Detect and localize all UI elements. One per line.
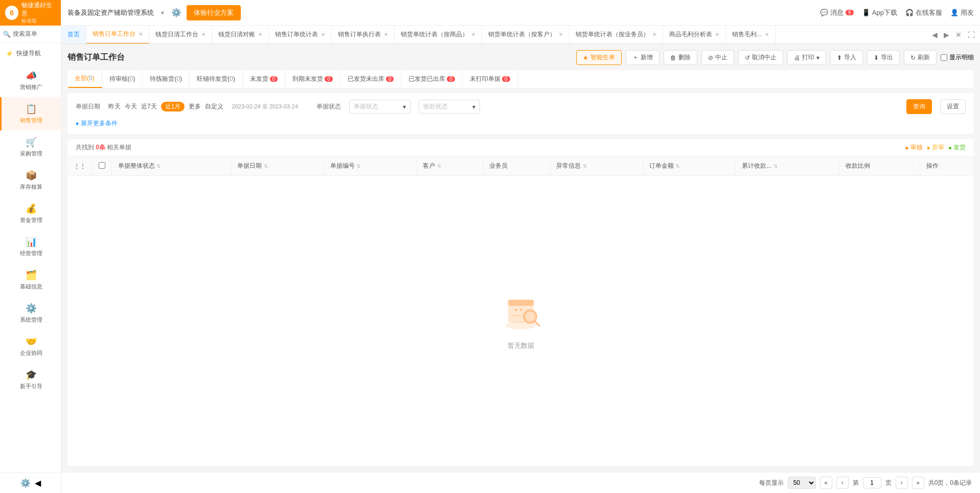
refresh-btn[interactable]: ↻ 刷新: [904, 50, 937, 65]
delete-btn[interactable]: 🗑 删除: [664, 50, 697, 65]
msg-btn[interactable]: 💬 消息 6: [820, 8, 854, 17]
settings-icon[interactable]: ⚙️: [20, 478, 31, 488]
tab-close-cash-daily[interactable]: ✕: [201, 32, 206, 37]
tab-close-goods-stats-customer[interactable]: ✕: [559, 32, 563, 37]
sort-status-icon[interactable]: ⇅: [156, 163, 161, 169]
tab-home[interactable]: 首页: [61, 26, 86, 44]
tab-nav-next[interactable]: ▶: [942, 30, 951, 40]
svg-rect-8: [512, 315, 522, 316]
filter-tab-pending-review[interactable]: 待审核(0): [102, 71, 143, 87]
trial-btn[interactable]: 体验行业方案: [187, 5, 241, 20]
th-number: 单据编号 ⇅: [324, 156, 417, 176]
sort-date-icon[interactable]: ⇅: [264, 163, 268, 169]
tab-goods-stats-staff[interactable]: 销货单统计表（按业务员） ✕: [569, 26, 663, 44]
batch-unaudit-btn[interactable]: ● 弃审: [927, 143, 944, 152]
date-opt-yesterday[interactable]: 昨天: [108, 102, 121, 111]
date-opt-custom[interactable]: 自定义: [205, 102, 223, 111]
filter-tab-overdue-ship[interactable]: 到期未发货0: [285, 71, 340, 87]
show-detail-checkbox[interactable]: [941, 54, 947, 61]
tab-close-all[interactable]: ✕: [953, 30, 964, 40]
page-first-btn[interactable]: «: [820, 477, 832, 489]
tab-close-sales-workbench[interactable]: ✕: [139, 31, 143, 37]
tab-sales-workbench[interactable]: 销售订单工作台 ✕: [86, 26, 149, 44]
filter-tab-shipped-not-out[interactable]: 已发货未出库0: [340, 71, 402, 87]
topbar-settings-icon[interactable]: ⚙️: [171, 8, 181, 17]
sidebar-item-basic[interactable]: 🗂️ 基础信息: [0, 263, 61, 297]
tab-sales-more[interactable]: 销售毛利... ✕: [726, 26, 776, 44]
sidebar-item-sales[interactable]: 📋 销售管理: [0, 97, 61, 130]
tab-close-sales-stats[interactable]: ✕: [321, 32, 325, 37]
tab-goods-stats-customer[interactable]: 销货单统计表（按客户） ✕: [482, 26, 569, 44]
sort-customer-icon[interactable]: ⇅: [437, 163, 441, 169]
sidebar-item-quick-nav[interactable]: ⚡ 快捷导航: [0, 43, 61, 64]
setting-btn[interactable]: 设置: [940, 99, 966, 114]
sort-abnormal-icon[interactable]: ⇅: [583, 163, 587, 169]
tab-sales-stats[interactable]: 销售订单统计表 ✕: [269, 26, 332, 44]
filter-tab-pending-inspect[interactable]: 待拣验货(0): [143, 71, 190, 87]
cancel-stop-btn[interactable]: ↺ 取消中止: [738, 50, 783, 65]
stop-btn[interactable]: ⊘ 中止: [701, 50, 734, 65]
filter-tab-all[interactable]: 全部(0): [67, 70, 102, 88]
tab-sales-exec[interactable]: 销售订单执行表 ✕: [332, 26, 395, 44]
export-btn[interactable]: ⬇ 导出: [867, 50, 900, 65]
tab-goods-stats-product[interactable]: 销货单统计表（按商品） ✕: [395, 26, 482, 44]
sidebar-item-enterprise[interactable]: 🤝 企业协同: [0, 330, 61, 363]
sales-icon: 📋: [26, 103, 37, 115]
th-checkbox[interactable]: [93, 156, 112, 176]
sidebar-item-inventory[interactable]: 📦 库存核算: [0, 164, 61, 197]
sidebar-item-marketing[interactable]: 📣 营销推广: [0, 64, 61, 97]
filter-tab-shipped-out[interactable]: 已发货已出库0: [401, 71, 463, 87]
sort-amount-icon[interactable]: ⇅: [675, 163, 679, 169]
sidebar-search[interactable]: 🔍 搜索菜单: [0, 26, 61, 43]
tab-close-goods-margin[interactable]: ✕: [715, 32, 719, 37]
online-service-btn[interactable]: 🎧 在线客服: [905, 8, 942, 17]
collapse-icon[interactable]: ◀: [35, 478, 41, 488]
select-all-checkbox[interactable]: [99, 162, 105, 169]
page-size-select[interactable]: 20 50 100: [788, 477, 816, 489]
page-prev-btn[interactable]: ‹: [836, 477, 849, 489]
tab-close-goods-stats-staff[interactable]: ✕: [652, 32, 656, 37]
tab-close-goods-stats-product[interactable]: ✕: [471, 32, 475, 37]
query-btn[interactable]: 查询: [906, 99, 932, 114]
tab-close-cash-reconcile[interactable]: ✕: [258, 32, 262, 37]
show-detail-label[interactable]: 显示明细: [941, 53, 974, 62]
status-filter-label: 单据状态: [316, 102, 341, 111]
page-next-btn[interactable]: ›: [896, 477, 908, 489]
page-last-btn[interactable]: »: [912, 477, 924, 489]
tab-maximize[interactable]: ⛶: [966, 30, 977, 40]
import-btn[interactable]: ⬆ 导入: [830, 50, 863, 65]
page-input[interactable]: [863, 477, 881, 488]
print-btn[interactable]: 🖨 打印 ▾: [787, 50, 826, 65]
filter-tab-not-printed[interactable]: 未打印单据0: [463, 71, 518, 87]
tab-close-sales-exec[interactable]: ✕: [384, 32, 388, 37]
sidebar-item-newbie[interactable]: 🎓 新手引导: [0, 363, 61, 396]
add-btn[interactable]: ＋ 新增: [626, 50, 659, 65]
date-opt-7days[interactable]: 近7天: [141, 102, 157, 111]
payment-status-select[interactable]: 收款状态 ▾: [419, 100, 480, 114]
app-download-btn[interactable]: 📱 App下载: [862, 8, 897, 17]
batch-audit-btn[interactable]: ● 审核: [905, 143, 922, 152]
filter-tab-wangpu-ship[interactable]: 旺铺待发货(0): [190, 71, 243, 87]
tab-close-sales-more[interactable]: ✕: [765, 32, 769, 37]
smart-create-btn[interactable]: ★ 智能生单: [576, 50, 622, 65]
batch-ship-btn[interactable]: ● 发货: [948, 143, 966, 152]
sort-number-icon[interactable]: ⇅: [356, 163, 360, 169]
date-opt-more[interactable]: 更多: [189, 102, 201, 111]
user-btn[interactable]: 👤 用友: [950, 8, 974, 17]
date-opt-today[interactable]: 今天: [125, 102, 137, 111]
sidebar-item-finance[interactable]: 💰 资金管理: [0, 197, 61, 230]
tab-nav-prev[interactable]: ◀: [930, 30, 940, 40]
tab-cash-daily[interactable]: 钱货日清工作台 ✕: [149, 26, 212, 44]
status-select[interactable]: 单据状态 ▾: [349, 100, 411, 114]
tab-goods-margin[interactable]: 商品毛利分析表 ✕: [663, 26, 726, 44]
sort-collected-icon[interactable]: ⇅: [773, 163, 778, 169]
date-filter-label: 单据日期: [76, 102, 100, 111]
date-opt-1month[interactable]: 近1月: [161, 102, 185, 111]
sidebar-item-purchase[interactable]: 🛒 采购管理: [0, 130, 61, 164]
star-icon: ★: [583, 54, 588, 61]
filter-tab-not-shipped[interactable]: 未发货0: [243, 71, 286, 87]
tab-cash-reconcile[interactable]: 钱货日清对账 ✕: [212, 26, 269, 44]
sidebar-item-operation[interactable]: 📊 经营管理: [0, 230, 61, 263]
sidebar-item-system[interactable]: ⚙️ 系统管理: [0, 297, 61, 330]
expand-conditions-btn[interactable]: ▾ 展开更多条件: [76, 119, 118, 128]
